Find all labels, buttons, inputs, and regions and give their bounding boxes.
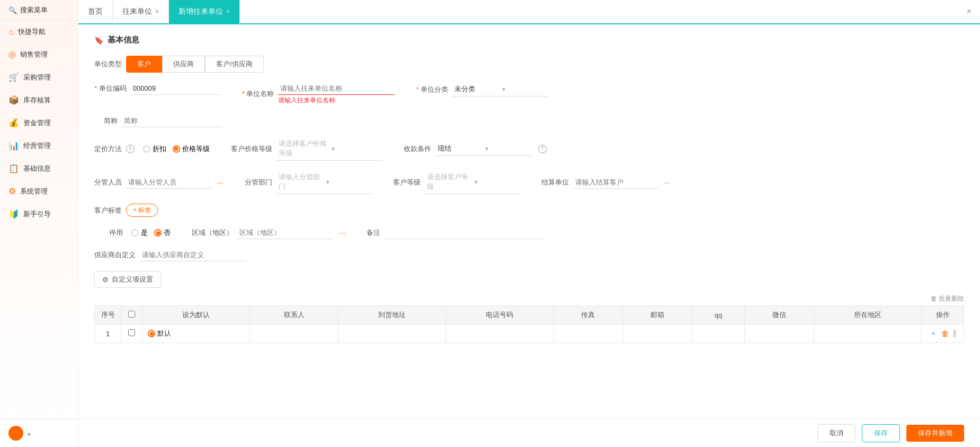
region-label: 区域（地区）	[192, 228, 233, 238]
tab-new-partner-label: 新增往来单位	[179, 7, 223, 16]
custom-settings-btn[interactable]: ⚙ 自定义项设置	[94, 271, 161, 288]
drag-handle[interactable]	[953, 330, 956, 337]
pricing-price-level[interactable]: 价格等级	[173, 144, 210, 154]
cell-contact	[250, 325, 338, 343]
unit-type-both[interactable]: 客户/供应商	[205, 56, 264, 73]
sidebar-item-finance[interactable]: 💰 资金管理	[0, 111, 78, 134]
disabled-yes[interactable]: 是	[131, 228, 148, 238]
payment-terms-select[interactable]: 现结 ▼	[435, 142, 531, 156]
sidebar-item-sales[interactable]: ◎ 销售管理	[0, 43, 78, 66]
unit-type-row: 单位类型 客户 供应商 客户/供应商	[94, 56, 964, 73]
sidebar-item-inventory[interactable]: 📦 库存核算	[0, 89, 78, 111]
sidebar-item-quick-nav[interactable]: ⌂ 快捷导航	[0, 21, 78, 43]
unit-name-input[interactable]	[278, 82, 395, 95]
pricing-label: 定价方法 ?	[94, 144, 135, 154]
tab-new-partner[interactable]: 新增往来单位 ×	[169, 0, 240, 24]
save-new-button[interactable]: 保存并新增	[906, 425, 964, 442]
cell-location	[814, 325, 921, 343]
unit-category-select[interactable]: 未分类 ▼	[452, 82, 548, 97]
sidebar-item-purchase[interactable]: 🛒 采购管理	[0, 66, 78, 89]
payment-help-icon[interactable]: ?	[538, 145, 547, 153]
cancel-button[interactable]: 取消	[817, 424, 856, 442]
col-default: 设为默认	[142, 306, 250, 325]
row-default-radio[interactable]: 默认	[148, 329, 244, 338]
section-icon: 🔖	[94, 36, 103, 45]
cell-no: 1	[95, 325, 121, 343]
sidebar-item-guide[interactable]: 🔰 新手引导	[0, 203, 78, 225]
settings-gear-icon: ⚙	[102, 276, 109, 284]
default-label: 默认	[157, 329, 171, 338]
row-ops: ＋ 🗑	[927, 329, 958, 338]
col-fax: 传真	[554, 306, 623, 325]
unit-type-customer[interactable]: 客户	[126, 56, 162, 73]
finance-icon: 💰	[8, 118, 19, 128]
region-more-btn[interactable]: ···	[339, 229, 345, 237]
default-radio	[148, 330, 155, 337]
supplier-custom-input[interactable]	[140, 249, 246, 261]
tab-new-partner-close[interactable]: ×	[226, 8, 230, 15]
tab-partner-close[interactable]: ×	[155, 8, 159, 15]
batch-delete-btn[interactable]: 🗑 批量删除	[94, 294, 964, 303]
disabled-no[interactable]: 否	[154, 228, 171, 238]
customer-level-label: 客户等级	[393, 178, 421, 187]
manager-row: 分管人员 ··· 分管部门 请输入分管部门 ▼ 客户等级 请选择客户等级 ▼ 结…	[94, 170, 964, 194]
delete-row-btn[interactable]: 🗑	[941, 329, 949, 338]
col-contact: 联系人	[250, 306, 338, 325]
select-all-checkbox[interactable]	[128, 311, 135, 318]
department-select[interactable]: 请输入分管部门 ▼	[277, 170, 372, 194]
cell-phone	[446, 325, 554, 343]
tab-home-label: 首页	[88, 7, 103, 16]
no-radio	[154, 229, 162, 236]
sidebar-bottom: ▲	[0, 419, 78, 447]
unit-type-supplier[interactable]: 供应商	[162, 56, 205, 73]
sidebar-search[interactable]: 🔍 搜索菜单	[0, 0, 78, 21]
pricing-help-icon[interactable]: ?	[126, 145, 135, 153]
sidebar-item-basic[interactable]: 📋 基础信息	[0, 157, 78, 180]
pricing-radio-group: 折扣 价格等级	[143, 144, 210, 154]
sidebar-item-system[interactable]: ⚙ 系统管理	[0, 180, 78, 203]
cell-check	[121, 325, 142, 343]
unit-code-input[interactable]	[131, 82, 221, 95]
tab-partner[interactable]: 往来单位 ×	[113, 0, 169, 24]
manager-more-btn[interactable]: ···	[217, 178, 224, 187]
settlement-unit-input[interactable]	[573, 176, 658, 189]
no-label: 否	[164, 228, 171, 238]
main-area: 首页 往来单位 × 新增往来单位 × × 🔖 基本信息 单位类型 客户 供应商	[78, 0, 980, 447]
tabs-bar: 首页 往来单位 × 新增往来单位 × ×	[78, 0, 980, 24]
short-name-input[interactable]	[122, 115, 222, 127]
col-no: 序号	[95, 306, 121, 325]
add-row-btn[interactable]: ＋	[930, 329, 937, 338]
window-close-btn[interactable]: ×	[958, 7, 980, 16]
sidebar-item-label: 新手引导	[23, 209, 51, 219]
tab-partner-label: 往来单位	[122, 7, 152, 16]
cell-ops: ＋ 🗑	[922, 325, 964, 343]
row-checkbox[interactable]	[128, 329, 135, 336]
code-name-category-row: * 单位编码 * 单位名称 请输入往来单位名称 * 单位分类 未分类 ▼	[94, 82, 964, 105]
short-name-label: 简称	[104, 116, 118, 126]
remark-input[interactable]	[385, 226, 544, 239]
customer-level-select[interactable]: 请选择客户等级 ▼	[425, 170, 520, 194]
pricing-field: 定价方法 ? 折扣 价格等级	[94, 144, 210, 154]
supplier-custom-row: 供应商自定义	[94, 249, 964, 261]
unit-code-field: * 单位编码	[94, 82, 221, 95]
add-tag-btn[interactable]: + 标签	[126, 204, 158, 217]
manager-field: 分管人员 ···	[94, 176, 224, 189]
section-title: 基本信息	[108, 35, 139, 45]
tab-home[interactable]: 首页	[78, 0, 113, 24]
yes-label: 是	[141, 228, 148, 238]
inventory-icon: 📦	[8, 95, 19, 105]
department-label: 分管部门	[245, 178, 272, 187]
cell-default: 默认	[142, 325, 250, 343]
save-button[interactable]: 保存	[862, 424, 900, 442]
price-level-select[interactable]: 请选择客户价格等级 ▼	[277, 137, 382, 161]
price-level-radio	[173, 145, 180, 153]
payment-terms-field: 收款条件 现结 ▼ ?	[404, 142, 547, 156]
guide-icon: 🔰	[8, 209, 19, 219]
pricing-discount[interactable]: 折扣	[143, 144, 166, 154]
settlement-more-btn[interactable]: ···	[664, 178, 671, 187]
sidebar-item-operation[interactable]: 📊 经营管理	[0, 134, 78, 157]
manager-input[interactable]	[126, 176, 211, 189]
unit-category-field: * 单位分类 未分类 ▼	[416, 82, 548, 97]
region-input[interactable]	[237, 226, 333, 239]
department-placeholder: 请输入分管部门	[279, 172, 323, 191]
